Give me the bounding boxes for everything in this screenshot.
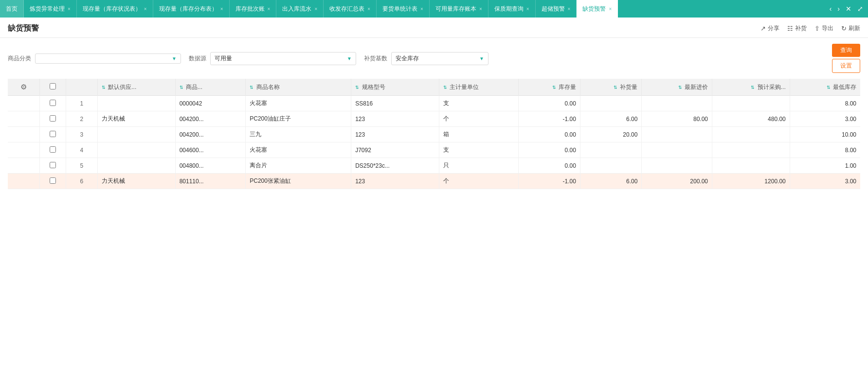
row-min-stock: 8.00 [790,96,860,111]
row-min-stock: 8.00 [790,142,860,158]
row-checkbox-cell[interactable] [39,111,66,127]
tab-shortage[interactable]: 缺货预警 × [577,0,618,18]
row-settings-cell [8,111,39,127]
row-settings-cell [8,174,39,189]
row-checkbox-4[interactable] [50,162,56,168]
tab-close-overstock[interactable]: × [568,6,571,12]
query-button[interactable]: 查询 [832,44,860,57]
row-stock: -1.00 [519,174,580,189]
tab-close-all-button[interactable]: ✕ [843,4,854,14]
col-header-unit: ⇅ 主计量单位 [439,79,518,96]
tab-close-shortage[interactable]: × [609,6,612,12]
row-estimated [712,96,790,111]
tab-overstock[interactable]: 超储预警 × [536,0,577,18]
row-checkbox-5[interactable] [50,177,56,184]
row-checkbox-cell[interactable] [39,96,66,111]
row-num: 4 [66,142,97,158]
tab-close-available-ledger[interactable]: × [479,6,482,12]
tab-inout-flow[interactable]: 出入库流水 × [276,0,324,18]
row-min-stock: 10.00 [790,127,860,142]
col-header-checkbox[interactable] [39,79,66,96]
share-button[interactable]: ↗ 分享 [760,24,779,33]
export-button[interactable]: ⇧ 导出 [814,24,833,33]
row-supplement [580,96,642,111]
row-checkbox-cell[interactable] [39,127,66,142]
settings-button[interactable]: 设置 [832,59,860,73]
row-estimated [712,127,790,142]
tab-close-stock-dist[interactable]: × [220,6,223,12]
col-header-supplement: ⇅ 补货量 [580,79,642,96]
sort-supplement-icon: ⇅ [614,85,617,90]
sort-unit-icon: ⇅ [443,85,447,90]
tab-close-demand-stats[interactable]: × [420,6,423,12]
row-num: 3 [66,127,97,142]
row-latest-price [642,158,712,174]
row-spec: DS250*23c... [351,158,439,174]
sort-stock-icon: ⇅ [552,85,556,90]
table-row: 6 力天机械 801110... PC200张紧油缸 123 个 -1.00 6… [8,174,860,189]
row-checkbox-0[interactable] [50,100,56,106]
datasource-select[interactable]: 可用量 ▼ [210,52,356,65]
tab-expand-button[interactable]: ⤢ [854,4,866,14]
export-icon: ⇧ [814,25,820,32]
row-settings-cell [8,142,39,158]
tab-close-receive-summary[interactable]: × [367,6,370,12]
row-unit: 个 [439,174,518,189]
row-spec: 123 [351,111,439,127]
tab-next-button[interactable]: › [834,4,843,14]
row-checkbox-cell[interactable] [39,158,66,174]
row-supplier [97,158,175,174]
row-settings-cell [8,127,39,142]
row-num: 2 [66,111,97,127]
select-all-checkbox[interactable] [50,83,56,89]
tab-close-stock-status[interactable]: × [144,6,147,12]
row-name: PC200油缸庄子 [246,111,351,127]
tab-stock-dist[interactable]: 现存量（库存分布表） × [153,0,230,18]
datasource-dropdown-icon: ▼ [347,56,352,61]
row-checkbox-2[interactable] [50,131,56,137]
filter-bar: 商品分类 ▼ 数据源 可用量 ▼ 补货基数 安全库存 ▼ 查询 设置 [0,38,868,79]
tab-close-batch-account[interactable]: × [268,6,271,12]
gear-icon[interactable]: ⚙ [20,83,27,91]
refresh-button[interactable]: ↻ 刷新 [841,24,860,33]
row-checkbox-1[interactable] [50,115,56,122]
table-container: ⚙ ⇅ 默认供应... ⇅ 商品... ⇅ [0,79,868,189]
category-select[interactable]: ▼ [35,53,181,64]
row-spec: SS816 [351,96,439,111]
replenish-filter-group: 补货基数 安全库存 ▼ [364,52,488,65]
tab-demand-stats[interactable]: 要货单统计表 × [377,0,430,18]
tab-close-expiry-query[interactable]: × [526,6,529,12]
row-checkbox-3[interactable] [50,146,56,153]
row-settings-cell [8,158,39,174]
shortage-table: ⚙ ⇅ 默认供应... ⇅ 商品... ⇅ [8,79,860,189]
tab-expiry-query[interactable]: 保质期查询 × [488,0,536,18]
row-supplement: 6.00 [580,174,642,189]
row-name: 离合片 [246,158,351,174]
tab-close-abnormal[interactable]: × [68,6,71,12]
tab-receive-summary[interactable]: 收发存汇总表 × [324,0,377,18]
tab-abnormal[interactable]: 炼货异常处理 × [24,0,77,18]
supplement-button[interactable]: ☷ 补货 [787,24,807,33]
row-checkbox-cell[interactable] [39,174,66,189]
tab-close-inout-flow[interactable]: × [314,6,317,12]
row-latest-price [642,96,712,111]
row-code: 801110... [175,174,246,189]
replenish-select[interactable]: 安全库存 ▼ [391,52,488,65]
row-supplier [97,96,175,111]
sort-spec-icon: ⇅ [355,85,359,90]
row-checkbox-cell[interactable] [39,142,66,158]
tab-available-ledger[interactable]: 可用量库存账本 × [430,0,488,18]
tab-stock-status[interactable]: 现存量（库存状况表） × [77,0,153,18]
replenish-dropdown-icon: ▼ [479,56,484,61]
row-latest-price: 80.00 [642,111,712,127]
col-header-spec: ⇅ 规格型号 [351,79,439,96]
category-filter-group: 商品分类 ▼ [8,53,181,64]
table-row: 2 力天机械 004200... PC200油缸庄子 123 个 -1.00 6… [8,111,860,127]
tab-batch-account[interactable]: 库存批次账 × [230,0,277,18]
tab-prev-button[interactable]: ‹ [827,4,835,14]
category-dropdown-icon: ▼ [172,56,177,61]
row-unit: 箱 [439,127,518,142]
sort-supplier-icon: ⇅ [102,85,106,90]
row-supplement [580,158,642,174]
tab-home[interactable]: 首页 [0,0,24,18]
